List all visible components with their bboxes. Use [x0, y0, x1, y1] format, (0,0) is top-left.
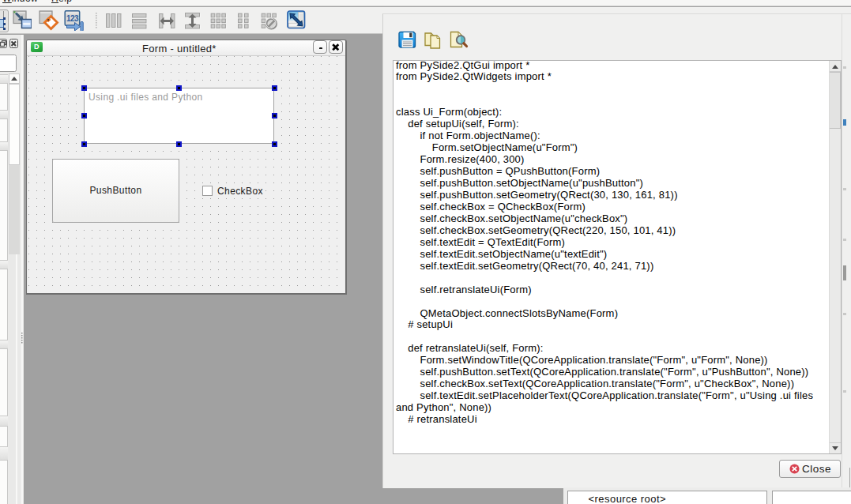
- svg-text:123: 123: [66, 14, 79, 23]
